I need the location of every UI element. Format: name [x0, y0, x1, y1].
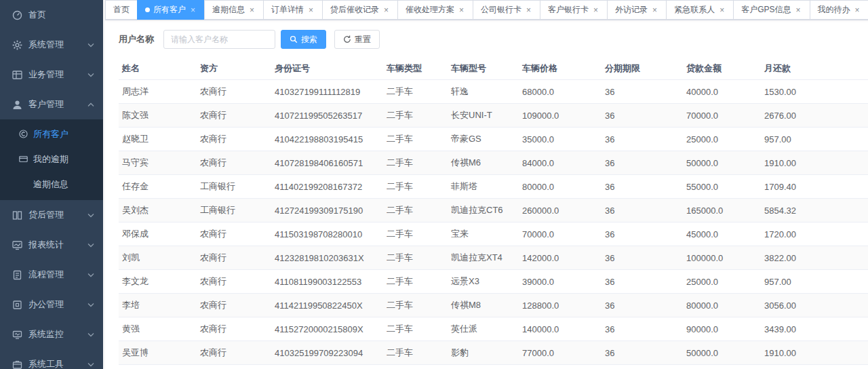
cell-action: 详情	[837, 228, 868, 240]
cell-installment-term: 36	[601, 111, 683, 121]
sidebar-subitem-label: 逾期信息	[33, 178, 68, 191]
tab-label: 所有客户	[153, 4, 186, 16]
close-icon[interactable]: ×	[458, 5, 465, 15]
cell-id-number: 411402199208167372	[271, 182, 383, 192]
column-header-vehicle-price: 车辆价格	[519, 62, 601, 75]
tab-visit-records[interactable]: 外访记录×	[607, 0, 667, 20]
tab-label: 紧急联系人	[674, 4, 715, 16]
cell-id-number: 410728198406160571	[271, 158, 383, 168]
cell-vehicle-type: 二手车	[383, 85, 448, 98]
cell-name: 吴亚博	[119, 347, 197, 359]
search-form: 用户名称 搜索 重置	[119, 30, 868, 49]
cell-name: 吴刘杰	[119, 204, 197, 216]
tab-collection-records[interactable]: 贷后催收记录×	[322, 0, 398, 20]
active-tab-dot	[145, 7, 150, 12]
sidebar-item-my-overdue[interactable]: 我的逾期	[0, 147, 103, 172]
card-icon	[19, 155, 28, 163]
sidebar-item-process[interactable]: 流程管理	[0, 260, 103, 290]
column-header-vehicle-type: 车辆类型	[383, 62, 448, 75]
tab-company-bank-card[interactable]: 公司银行卡×	[473, 0, 540, 20]
cell-vehicle-type: 二手车	[383, 347, 448, 359]
close-icon[interactable]: ×	[248, 5, 256, 15]
gear-icon	[12, 40, 22, 50]
cell-loan-amount: 50000.0	[683, 158, 761, 168]
cell-action: 详情	[837, 252, 868, 264]
cell-vehicle-model: 凯迪拉克CT6	[448, 204, 519, 216]
table-row: 马守宾农商行410728198406160571二手车传祺M684000.036…	[119, 151, 868, 174]
cell-vehicle-price: 39000.0	[519, 277, 601, 287]
reset-button[interactable]: 重置	[334, 30, 380, 49]
tab-label: 首页	[113, 4, 130, 16]
sidebar-item-monitor[interactable]: 系统监控	[0, 319, 103, 349]
tools-icon	[12, 360, 22, 369]
sidebar-item-label: 报表统计	[28, 239, 64, 251]
cell-vehicle-price: 260000.0	[519, 206, 601, 216]
tab-order-detail[interactable]: 订单详情×	[263, 0, 323, 20]
cell-funder: 农商行	[197, 157, 271, 169]
sidebar-item-all-customers[interactable]: 所有客户	[0, 121, 103, 147]
column-header-funder: 资方	[197, 62, 271, 75]
sidebar-item-office[interactable]: 办公管理	[0, 290, 103, 319]
cell-funder: 农商行	[197, 252, 271, 264]
tab-collection-plan[interactable]: 催收处理方案×	[397, 0, 473, 20]
cell-installment-term: 36	[601, 277, 683, 287]
app-root: 首页系统管理业务管理客户管理所有客户我的逾期逾期信息贷后管理报表统计流程管理办公…	[0, 0, 868, 369]
cell-name: 赵晓卫	[119, 133, 197, 145]
close-icon[interactable]: ×	[525, 5, 532, 15]
tab-customer-bank-card[interactable]: 客户银行卡×	[540, 0, 608, 20]
sidebar-item-reports[interactable]: 报表统计	[0, 230, 103, 260]
search-button[interactable]: 搜索	[281, 30, 326, 49]
cell-loan-amount: 165000.0	[683, 206, 761, 216]
sidebar-item-label: 客户管理	[28, 98, 64, 111]
column-header-installment-term: 分期期限	[601, 62, 683, 75]
close-icon[interactable]: ×	[592, 5, 599, 15]
cell-vehicle-model: 传祺M6	[448, 157, 519, 169]
cell-vehicle-type: 二手车	[383, 228, 448, 240]
tab-home[interactable]: 首页	[105, 0, 138, 20]
tab-my-todo[interactable]: 我的待办×	[810, 0, 868, 20]
cell-vehicle-price: 68000.0	[519, 87, 601, 97]
cell-installment-term: 36	[601, 87, 683, 97]
close-icon[interactable]: ×	[718, 5, 726, 15]
cell-id-number: 410422198803195415	[271, 134, 383, 144]
sidebar-item-tools[interactable]: 系统工具	[0, 349, 103, 369]
cell-vehicle-type: 二手车	[383, 323, 448, 335]
tab-overdue-info[interactable]: 逾期信息×	[204, 0, 264, 20]
close-icon[interactable]: ×	[854, 5, 861, 15]
tab-emergency-contacts[interactable]: 紧急联系人×	[666, 0, 734, 20]
column-header-action: 操作	[837, 62, 868, 75]
cell-monthly-payment: 1910.00	[761, 348, 837, 358]
sidebar-item-post-loan[interactable]: 贷后管理	[0, 200, 103, 230]
close-icon[interactable]: ×	[794, 5, 802, 15]
cell-id-number: 411081199003122553	[271, 277, 383, 287]
sidebar-item-home[interactable]: 首页	[0, 0, 103, 30]
sidebar-item-customers[interactable]: 客户管理	[0, 90, 103, 119]
cell-loan-amount: 55000.0	[683, 182, 761, 192]
customers-table: 姓名资方身份证号车辆类型车辆型号车辆价格分期期限贷款金额月还款操作周志洋农商行4…	[119, 58, 868, 369]
sidebar-item-overdue-info[interactable]: 逾期信息	[0, 172, 103, 197]
cell-action: 详情	[837, 85, 868, 98]
cell-vehicle-model: 远景X3	[448, 275, 519, 288]
cell-monthly-payment: 957.00	[761, 277, 837, 287]
chart-icon	[12, 240, 22, 250]
cell-vehicle-type: 二手车	[383, 109, 448, 121]
table-row: 刘凯农商行41232819810203631X二手车凯迪拉克XT4142000.…	[119, 246, 868, 269]
customer-name-input[interactable]	[163, 30, 275, 49]
cell-funder: 农商行	[197, 228, 271, 240]
cell-vehicle-type: 二手车	[383, 252, 448, 264]
cell-vehicle-model: 菲斯塔	[448, 180, 519, 193]
cell-loan-amount: 25000.0	[683, 277, 761, 287]
tab-label: 客户银行卡	[548, 4, 589, 16]
sidebar-item-business[interactable]: 业务管理	[0, 60, 103, 90]
tab-customer-gps[interactable]: 客户GPS信息×	[733, 0, 810, 20]
table-row: 周志洋农商行410327199111112819二手车轩逸68000.03640…	[119, 79, 868, 103]
sidebar-item-system[interactable]: 系统管理	[0, 30, 103, 60]
tab-all-customers[interactable]: 所有客户×	[137, 0, 205, 20]
close-icon[interactable]: ×	[189, 5, 197, 15]
close-icon[interactable]: ×	[382, 5, 390, 15]
chevron-down-icon	[87, 332, 94, 337]
cell-name: 邓保成	[119, 228, 197, 240]
cell-vehicle-model: 英仕派	[448, 323, 519, 335]
close-icon[interactable]: ×	[307, 5, 315, 15]
close-icon[interactable]: ×	[651, 5, 658, 15]
